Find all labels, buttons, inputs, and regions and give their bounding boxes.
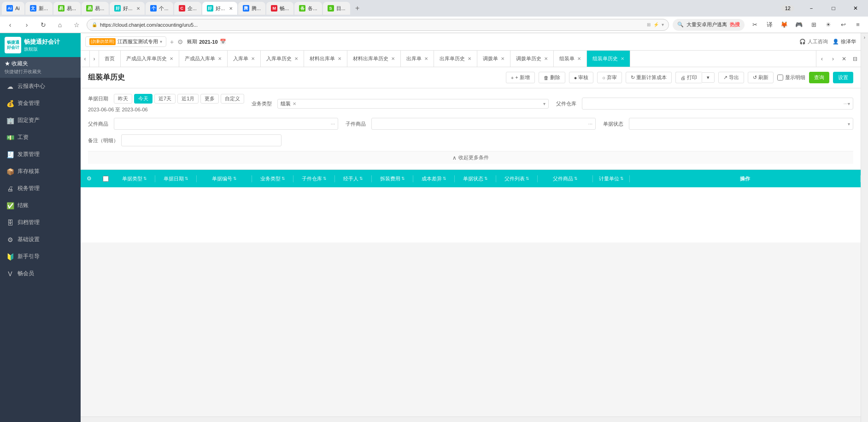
th-disassembly-fee[interactable]: 拆装费用 [372,175,413,182]
maximize-button[interactable]: □ [823,0,844,17]
page-tab-inbound-history[interactable]: 入库单历史 ✕ [261,51,304,67]
th-bill-date[interactable]: 单据日期 [155,175,197,182]
th-settings[interactable]: ⚙ [81,175,97,182]
game-icon[interactable]: 🎮 [792,18,805,31]
calendar-icon[interactable]: 📅 [220,39,226,45]
page-tab-home[interactable]: 首页 [99,51,121,67]
settings-action-button[interactable]: 设置 [833,72,853,83]
th-bill-status[interactable]: 单据状态 [455,175,496,182]
add-button[interactable]: + + 新增 [506,72,535,83]
th-parent-goods[interactable]: 父件商品 [538,175,593,182]
page-tab-close-assembly[interactable]: ✕ [501,56,504,61]
tab-scroll-right[interactable]: › [90,51,99,67]
menu-icon[interactable]: ≡ [851,18,864,31]
parent-warehouse-ellipsis[interactable]: ··· [844,101,848,106]
page-tab-outbound-history[interactable]: 出库单历史 ✕ [434,51,477,67]
browser-tab-4[interactable]: 易 易... [82,2,109,15]
sidebar-item-invoice[interactable]: 🧾 发票管理 [0,146,81,163]
forward-button[interactable]: › [20,18,33,31]
browser-tab-3[interactable]: 易 易... [53,2,81,15]
status-dropdown[interactable]: ▾ [848,121,850,127]
child-goods-control[interactable]: ··· [371,118,596,130]
tab-count-badge[interactable]: 12 [781,5,794,12]
sidebar-item-guide[interactable]: 🔰 新手引导 [0,248,81,265]
print-button[interactable]: 🖨 打印 [675,72,702,83]
sidebar-item-cloud-report[interactable]: ☁ 云报表中心 [0,78,81,95]
th-handler[interactable]: 经手人 [335,175,372,182]
page-tab-close-kit[interactable]: ✕ [577,56,581,61]
th-parent-list[interactable]: 父件列表 [496,175,538,182]
tab-close-current[interactable]: ✕ [839,51,850,67]
page-tab-close-production-inbound-history[interactable]: ✕ [170,56,173,61]
undo-icon[interactable]: ↩ [837,18,850,31]
date-btn-today[interactable]: 今天 [134,94,152,104]
sidebar-item-salary[interactable]: 💵 工资 [0,129,81,146]
url-dropdown-icon[interactable]: ▾ [662,22,664,27]
date-btn-custom[interactable]: 自定义 [221,94,244,104]
right-sidebar-arrow[interactable]: › [864,35,865,40]
url-box[interactable]: 🔒 https://cloud.chanjet.com/accounting/u… [87,19,669,31]
page-tab-production-inbound-history[interactable]: 产成品入库单历史 ✕ [121,51,179,67]
th-business-type[interactable]: 业务类型 [252,175,293,182]
emoji-icon[interactable]: 🦊 [778,18,791,31]
page-tab-material-outbound-history[interactable]: 材料出库单历史 ✕ [347,51,401,67]
parent-warehouse-dropdown[interactable]: ▾ [848,101,850,106]
page-tab-inbound[interactable]: 入库单 ✕ [228,51,261,67]
add-company-button[interactable]: + [170,38,174,46]
th-bill-type[interactable]: 单据类型 [114,175,155,182]
favorites-section[interactable]: ★ 收藏夹 快捷键打开收藏夹 [0,57,81,78]
settings-button[interactable]: ⚙ [177,38,183,46]
sidebar-item-archive[interactable]: 🗄 归档管理 [0,214,81,231]
tab-more-options[interactable]: ⊟ [850,51,861,67]
bookmark-button[interactable]: ☆ [70,18,83,31]
sidebar-item-fixed-asset[interactable]: 🏢 固定资产 [0,112,81,129]
browser-tab-9[interactable]: 腾 腾... [238,2,265,15]
recalculate-button[interactable]: ↻ 重新计算成本 [626,72,672,83]
grid-icon[interactable]: ⊞ [807,18,820,31]
browser-tab-10[interactable]: M 畅... [266,2,293,15]
browser-tab-12[interactable]: S 目... [323,2,350,15]
page-tab-close-assembly-history[interactable]: ✕ [544,56,548,61]
user-name-area[interactable]: 👤 徐泽华 [833,38,856,45]
sidebar-item-member[interactable]: V 畅会员 [0,265,81,282]
sidebar-item-tax[interactable]: 🖨 税务管理 [0,180,81,197]
export-button[interactable]: ↗ 导出 [718,72,744,83]
date-btn-1month[interactable]: 近1月 [177,94,199,104]
th-cost-diff[interactable]: 成本差异 [413,175,455,182]
date-btn-more[interactable]: 更多 [200,94,219,104]
page-tab-close-inbound-history[interactable]: ✕ [294,56,298,61]
search-box[interactable]: 🔍 大量安卓用户逃离 热搜 [673,19,745,31]
url-lightning-icon[interactable]: ⚡ [653,22,659,27]
parent-goods-ellipsis[interactable]: ··· [331,121,335,127]
tab-close-5[interactable]: ✕ [136,6,140,11]
abandon-button[interactable]: ○ 弃审 [597,72,622,83]
sidebar-item-checkout[interactable]: ✅ 结账 [0,197,81,214]
browser-tab-8[interactable]: 好 好... ✕ [202,2,237,15]
period-selector[interactable]: 账期 2021-10 📅 [187,38,226,45]
tab-scroll-left[interactable]: ‹ [81,51,90,67]
browser-tab-7[interactable]: C 企... [174,2,201,15]
th-child-warehouse[interactable]: 子件仓库 [293,175,335,182]
user-service-button[interactable]: 🎧 人工咨询 [799,38,828,45]
page-tab-production-inbound[interactable]: 产成品入库单 ✕ [179,51,228,67]
business-type-tag-close[interactable]: ✕ [293,101,296,106]
browser-tab-5[interactable]: 好 好... ✕ [110,2,145,15]
brightness-icon[interactable]: ☀ [822,18,835,31]
company-selector[interactable]: (勿删勿禁用) 江西服宝测试专用 ▾ [85,36,166,47]
scrollbar-area[interactable] [81,416,861,422]
translate-icon[interactable]: 译 [763,18,776,31]
page-tab-close-kit-history[interactable]: ✕ [621,56,624,61]
print-dropdown[interactable]: ▾ [702,72,715,83]
cut-icon[interactable]: ✂ [748,18,761,31]
th-bill-no[interactable]: 单据编号 [197,175,252,182]
page-tab-close-material-outbound[interactable]: ✕ [338,56,341,61]
date-btn-7days[interactable]: 近7天 [154,94,176,104]
close-button[interactable]: ✕ [845,0,866,17]
page-tab-outbound[interactable]: 出库单 ✕ [401,51,434,67]
th-unit[interactable]: 计量单位 [593,175,630,182]
parent-goods-control[interactable]: ··· [114,118,338,130]
page-tab-assembly-history[interactable]: 调拨单历史 ✕ [510,51,554,67]
query-button[interactable]: 查询 [809,72,829,83]
reload-button[interactable]: ↻ [37,18,50,31]
parent-warehouse-control[interactable]: ··· ▾ [582,98,853,110]
